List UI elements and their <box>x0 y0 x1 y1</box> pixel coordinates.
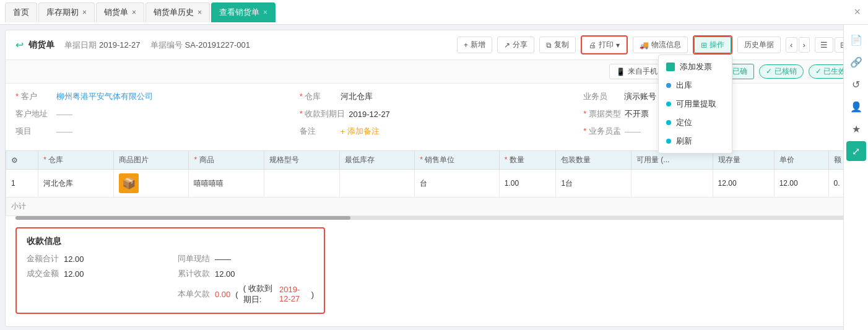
nav-arrows: ‹ › <box>786 37 810 53</box>
operations-wrapper: ⊞ 操作 添加发票 出库 <box>693 35 732 54</box>
cell-current-stock: 12.00 <box>713 170 774 198</box>
right-sidebar: 📄 🔗 ↺ 👤 ★ ⤢ <box>843 25 868 330</box>
doc-meta: 单据日期 2019-12-27 单据编号 SA-20191227-001 <box>64 40 250 51</box>
total-amount-label: 金额合计 <box>27 253 59 264</box>
warehouse-field: 仓库 河北仓库 <box>300 91 569 102</box>
doc-type-icon: ↩ <box>15 39 24 51</box>
logistics-icon: 🚚 <box>640 41 649 50</box>
dropdown-outbound[interactable]: 出库 <box>659 76 732 95</box>
col-pack-qty: 包装数量 <box>556 151 631 170</box>
doc-date-field: 单据日期 2019-12-27 <box>64 40 141 51</box>
operations-icon: ⊞ <box>701 41 707 50</box>
table-wrapper: ⚙ 仓库 商品图片 商品 规格型号 最低库存 销售单位 数量 包装数量 可用量 … <box>6 150 862 216</box>
operations-label: 操作 <box>710 40 724 50</box>
project-value: —— <box>56 127 72 136</box>
cell-pack-qty: 1台 <box>556 170 631 198</box>
print-button[interactable]: 🖨 打印 ▾ <box>582 37 627 53</box>
tab-home[interactable]: 首页 <box>5 2 37 22</box>
tab-history-close[interactable]: × <box>197 8 202 17</box>
table-scrollbar[interactable] <box>15 216 853 220</box>
add-note-button[interactable]: + 添加备注 <box>341 126 380 137</box>
refresh-dot-icon <box>666 139 671 144</box>
sidebar-link-icon[interactable]: 🔗 <box>846 52 866 72</box>
table-header-row: ⚙ 仓库 商品图片 商品 规格型号 最低库存 销售单位 数量 包装数量 可用量 … <box>6 151 862 170</box>
single-settlement-value: —— <box>215 254 231 264</box>
sidebar-star-icon[interactable]: ★ <box>846 119 866 139</box>
sidebar-user-icon[interactable]: 👤 <box>846 97 866 116</box>
invoice-type-label: 票据类型 <box>583 108 621 119</box>
locate-label: 定位 <box>676 117 692 128</box>
operations-button[interactable]: ⊞ 操作 <box>694 37 731 53</box>
invoice-type-value: 不开票 <box>625 108 649 119</box>
staff-value: 演示账号 <box>624 91 656 102</box>
transaction-item: 成交金额 12.00 <box>27 268 163 279</box>
add-invoice-label: 添加发票 <box>680 61 712 72</box>
dropdown-add-invoice[interactable]: 添加发票 <box>659 58 732 76</box>
col-current-stock: 现存量 <box>713 151 774 170</box>
scrollbar-thumb[interactable] <box>15 216 350 220</box>
customer-value[interactable]: 柳州粤港平安气体有限公司 <box>56 91 153 102</box>
sidebar-refresh-icon[interactable]: ↺ <box>846 74 866 94</box>
print-highlight-box: 🖨 打印 ▾ <box>581 35 628 54</box>
print-label: 打印 <box>599 40 614 50</box>
cumulative-label: 累计收款 <box>178 268 210 279</box>
tab-inventory-label: 库存期初 <box>46 7 79 18</box>
tab-history-label: 销货单历史 <box>154 7 194 18</box>
tab-inventory-close[interactable]: × <box>82 8 87 17</box>
copy-button[interactable]: ⧉ 复制 <box>539 37 576 53</box>
doc-number-value: SA-20191227-001 <box>185 40 251 50</box>
tab-sales-history[interactable]: 销货单历史 × <box>145 2 210 22</box>
next-button[interactable]: › <box>799 37 810 53</box>
app-close-button[interactable]: × <box>851 3 863 21</box>
cell-spec <box>264 170 340 198</box>
balance-date: 2019-12-27 <box>279 285 306 303</box>
note-label: 备注 <box>300 126 337 137</box>
available-qty-dot-icon <box>666 102 671 106</box>
tab-view-close[interactable]: × <box>263 8 267 17</box>
from-phone-button[interactable]: 📱 来自手机 <box>609 64 664 79</box>
staff2-label: 业务员盂 <box>583 126 621 137</box>
sidebar-doc-icon[interactable]: 📄 <box>846 30 866 50</box>
col-product: 商品 <box>189 151 264 170</box>
share-label: 分享 <box>513 40 527 50</box>
cell-product: 嘻嘻嘻嘻 <box>189 170 264 198</box>
logistics-button[interactable]: 🚚 物流信息 <box>633 37 688 53</box>
main-content: ↩ 销货单 单据日期 2019-12-27 单据编号 SA-20191227-0… <box>5 30 863 327</box>
status-sold-tag: ✓ 已核销 <box>759 64 803 79</box>
new-button[interactable]: + 新增 <box>457 37 492 53</box>
tab-view-sales[interactable]: 查看销货单 × <box>211 2 276 22</box>
balance-end: ) <box>311 290 314 299</box>
dropdown-available-qty[interactable]: 可用量提取 <box>659 95 732 113</box>
customer-label: 客户 <box>15 91 53 102</box>
tab-inventory-init[interactable]: 库存期初 × <box>38 2 95 22</box>
tab-sales-order[interactable]: 销货单 × <box>96 2 144 22</box>
operations-highlight-box: ⊞ 操作 <box>693 35 732 54</box>
sidebar-expand-icon[interactable]: ⤢ <box>846 141 866 161</box>
subtotal-row: 小计 <box>6 198 862 216</box>
doc-date-label: 单据日期 <box>64 40 97 51</box>
subtotal-label: 小计 <box>6 198 862 216</box>
from-phone-label: 来自手机 <box>628 66 658 77</box>
col-available: 可用量 (... <box>631 151 713 170</box>
col-product-img: 商品图片 <box>113 151 189 170</box>
locate-dot-icon <box>666 120 671 125</box>
total-amount-value: 12.00 <box>64 254 84 264</box>
status-effective-check: ✓ <box>815 67 822 76</box>
warehouse-label: 仓库 <box>300 91 337 102</box>
tab-sales-close[interactable]: × <box>132 8 136 17</box>
prev-button[interactable]: ‹ <box>786 37 797 53</box>
confirm-label: 已确 <box>732 66 747 77</box>
balance-note-text: ( 收款到期日: <box>243 283 274 305</box>
cell-warehouse: 河北仓库 <box>38 170 114 198</box>
dropdown-refresh[interactable]: 刷新 <box>659 132 732 150</box>
history-button[interactable]: 历史单据 <box>737 37 781 53</box>
tab-sales-label: 销货单 <box>104 7 128 18</box>
doc-number-label: 单据编号 <box>150 40 183 51</box>
customer-field: 客户 柳州粤港平安气体有限公司 <box>15 91 285 102</box>
cell-sales-unit: 台 <box>415 170 500 198</box>
staff-label: 业务员 <box>583 91 620 102</box>
list-view-button[interactable]: ☰ <box>815 37 833 53</box>
share-button[interactable]: ↗ 分享 <box>497 37 534 53</box>
dropdown-locate[interactable]: 定位 <box>659 113 732 132</box>
doc-number-field: 单据编号 SA-20191227-001 <box>150 40 251 51</box>
